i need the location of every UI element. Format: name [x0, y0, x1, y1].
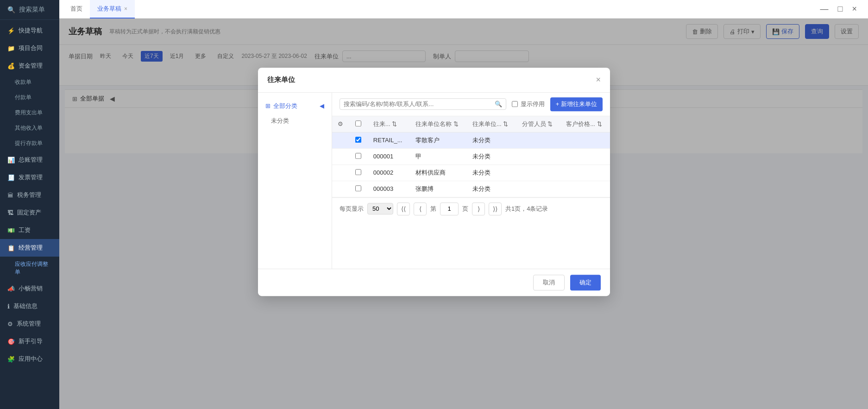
modal-close-button[interactable]: × [596, 75, 601, 85]
table-row[interactable]: RETAIL_... 零散客户 未分类 [332, 132, 610, 148]
th-checkbox [350, 116, 368, 132]
table-row[interactable]: 000002 材料供应商 未分类 [332, 164, 610, 181]
th-manager[interactable]: 分管人员 ⇅ [516, 116, 560, 132]
modal-collapse-icon[interactable]: ◀ [320, 102, 324, 109]
sidebar-item-salary[interactable]: 💵 工资 [0, 221, 59, 239]
grid-icon-modal: ⊞ [265, 102, 270, 109]
page-prev-btn[interactable]: ⟨ [414, 202, 427, 215]
cancel-button[interactable]: 取消 [533, 275, 565, 290]
row-select-checkbox[interactable] [355, 137, 361, 143]
row-category: 未分类 [467, 132, 516, 148]
sidebar-item-project-contract[interactable]: 📁 项目合同 [0, 39, 59, 57]
th-name[interactable]: 往来单位名称 ⇅ [410, 116, 467, 132]
modal-footer: 取消 确定 [258, 269, 610, 296]
newbie-icon: 🎯 [7, 338, 15, 345]
sidebar-item-sys-mgmt[interactable]: ⚙ 系统管理 [0, 315, 59, 333]
page-next-btn[interactable]: ⟩ [472, 202, 485, 215]
new-partner-label: + 新增往来单位 [556, 100, 597, 108]
marketing-icon: 📣 [7, 285, 15, 292]
sidebar-item-tax[interactable]: 🏛 税务管理 [0, 186, 59, 204]
row-settings [332, 164, 350, 181]
select-all-checkbox[interactable] [355, 120, 361, 126]
row-select-checkbox[interactable] [355, 169, 361, 175]
sidebar-item-basic-info[interactable]: ℹ 基础信息 [0, 297, 59, 315]
invoice-label: 发票管理 [19, 173, 43, 182]
sidebar-item-fixed-assets[interactable]: 🏗 固定资产 [0, 204, 59, 221]
quick-nav-icon: ⚡ [7, 27, 15, 34]
search-icon: 🔍 [7, 6, 15, 13]
modal-toolbar: 🔍 显示停用 + 新增往来单位 [332, 93, 610, 116]
row-checkbox [350, 164, 368, 181]
row-select-checkbox[interactable] [355, 185, 361, 191]
sidebar-search[interactable]: 🔍 搜索菜单 [0, 0, 59, 20]
row-name: 材料供应商 [410, 164, 467, 181]
fund-icon: 💰 [7, 63, 15, 69]
page-first-btn[interactable]: ⟨⟨ [397, 202, 410, 215]
tab-draft-label: 业务草稿 [97, 5, 121, 13]
sidebar-item-operations[interactable]: 📋 经营管理 [0, 239, 59, 257]
sub-item-ar-ap[interactable]: 应收应付调整单 [0, 257, 59, 280]
row-code: 000003 [368, 181, 410, 197]
page-last-btn[interactable]: ⟩⟩ [489, 202, 502, 215]
th-settings: ⚙ [332, 116, 350, 132]
sidebar-item-quick-nav[interactable]: ⚡ 快捷导航 [0, 22, 59, 39]
row-select-checkbox[interactable] [355, 153, 361, 159]
modal-sidebar-all-label: 全部分类 [273, 102, 297, 110]
app-center-icon: 🧩 [7, 356, 15, 363]
modal-table-scroll[interactable]: ⚙ 往来... ⇅ 往来单位名称 ⇅ 往来单位... ⇅ 分管人员 ⇅ 客户价格… [332, 116, 610, 197]
per-page-select[interactable]: 50 100 [367, 203, 393, 214]
window-minimize-icon[interactable]: — [817, 2, 832, 16]
accounts-label: 总账管理 [19, 156, 43, 164]
new-partner-button[interactable]: + 新增往来单位 [550, 97, 603, 111]
sidebar-item-invoice[interactable]: 🧾 发票管理 [0, 169, 59, 186]
app-center-label: 应用中心 [19, 355, 43, 363]
tab-home[interactable]: 首页 [63, 0, 90, 19]
tab-draft[interactable]: 业务草稿 × [90, 0, 135, 19]
row-manager [516, 132, 560, 148]
modal-data-table: ⚙ 往来... ⇅ 往来单位名称 ⇅ 往来单位... ⇅ 分管人员 ⇅ 客户价格… [332, 116, 610, 197]
modal-pagination: 每页显示 50 100 ⟨⟨ ⟨ 第 页 ⟩ ⟩⟩ 共1页，4条记录 [332, 197, 610, 220]
th-code[interactable]: 往来... ⇅ [368, 116, 410, 132]
tab-close-icon[interactable]: × [124, 6, 127, 12]
sidebar: 🔍 搜索菜单 ⚡ 快捷导航 📁 项目合同 💰 资金管理 收款单 付款单 费用支出… [0, 0, 59, 409]
table-row[interactable]: 000003 张鹏博 未分类 [332, 181, 610, 197]
row-code: 000001 [368, 148, 410, 164]
row-name: 甲 [410, 148, 467, 164]
sidebar-item-accounts[interactable]: 📊 总账管理 [0, 151, 59, 169]
partner-modal: 往来单位 × ⊞ 全部分类 ◀ 未分类 🔍 显示停用 [258, 68, 610, 296]
row-category: 未分类 [467, 164, 516, 181]
sidebar-item-fund-mgmt[interactable]: 💰 资金管理 [0, 57, 59, 75]
modal-main-area: 🔍 显示停用 + 新增往来单位 ⚙ 往来... ⇅ [332, 93, 610, 269]
modal-sidebar-all[interactable]: ⊞ 全部分类 ◀ [258, 98, 332, 114]
newbie-label: 新手引导 [19, 337, 43, 346]
tax-label: 税务管理 [17, 191, 41, 199]
th-price[interactable]: 客户价格... ⇅ [560, 116, 610, 132]
show-disabled-checkbox[interactable] [512, 101, 518, 107]
salary-icon: 💵 [7, 227, 15, 234]
show-disabled-toggle[interactable]: 显示停用 [512, 100, 545, 108]
accounts-icon: 📊 [7, 157, 15, 164]
window-close-icon[interactable]: × [848, 2, 861, 16]
sub-item-payment[interactable]: 付款单 [0, 90, 59, 105]
table-row[interactable]: 000001 甲 未分类 [332, 148, 610, 164]
sub-item-bank[interactable]: 提行存款单 [0, 136, 59, 151]
sub-item-receipt[interactable]: 收款单 [0, 75, 59, 90]
th-category[interactable]: 往来单位... ⇅ [467, 116, 516, 132]
row-settings [332, 181, 350, 197]
page-input[interactable] [440, 202, 459, 215]
sidebar-item-marketing[interactable]: 📣 小畅营销 [0, 280, 59, 297]
confirm-button[interactable]: 确定 [570, 275, 601, 290]
per-page-label: 每页显示 [340, 205, 364, 213]
sub-item-other-income[interactable]: 其他收入单 [0, 120, 59, 136]
window-maximize-icon[interactable]: □ [834, 2, 847, 16]
modal-sidebar-uncategorized[interactable]: 未分类 [258, 114, 332, 128]
sidebar-item-newbie[interactable]: 🎯 新手引导 [0, 333, 59, 350]
sub-item-expense[interactable]: 费用支出单 [0, 105, 59, 120]
row-manager [516, 164, 560, 181]
modal-search-input[interactable] [344, 101, 492, 107]
row-price [560, 132, 610, 148]
table-header-row: ⚙ 往来... ⇅ 往来单位名称 ⇅ 往来单位... ⇅ 分管人员 ⇅ 客户价格… [332, 116, 610, 132]
quick-nav-label: 快捷导航 [19, 26, 43, 35]
sidebar-item-app-center[interactable]: 🧩 应用中心 [0, 350, 59, 368]
row-manager [516, 181, 560, 197]
